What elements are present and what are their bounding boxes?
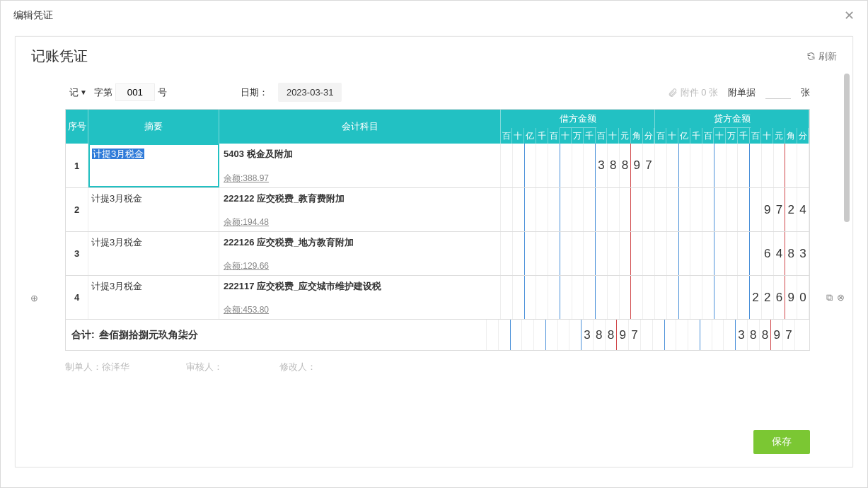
digit-cell — [558, 320, 570, 350]
voucher-number-input[interactable] — [115, 83, 155, 101]
auditor-label: 审核人： — [186, 361, 223, 373]
digit-cell — [738, 188, 750, 231]
digit-header: 千 — [584, 128, 596, 144]
credit-amount[interactable]: 6483 — [655, 232, 809, 275]
row-index: 4 — [66, 276, 88, 319]
digit-cell — [679, 232, 691, 275]
digit-cell — [513, 232, 525, 275]
debit-amount[interactable]: 38897 — [501, 144, 655, 187]
digit-cell: 8 — [748, 320, 760, 350]
attach-count-input[interactable] — [765, 86, 791, 99]
digit-cell — [714, 144, 727, 187]
digit-cell — [584, 188, 596, 231]
scrollbar[interactable] — [843, 74, 850, 427]
summary-cell[interactable]: 计提3月税金 — [88, 188, 219, 231]
scrollbar-thumb[interactable] — [844, 74, 850, 222]
label-hao: 号 — [158, 86, 167, 99]
digit-cell: 8 — [606, 320, 618, 350]
digit-cell — [620, 276, 632, 319]
digit-header: 十 — [666, 128, 678, 144]
add-row-icon[interactable]: ⊕ — [30, 292, 38, 303]
digit-cell — [690, 188, 702, 231]
digit-cell: 9 — [771, 320, 783, 350]
digit-cell — [702, 232, 714, 275]
digit-cell — [655, 276, 667, 319]
digit-cell — [536, 188, 548, 231]
digit-cell — [714, 188, 727, 231]
digit-header: 十 — [714, 128, 726, 144]
credit-amount[interactable]: 22690 — [655, 276, 809, 319]
account-cell[interactable]: 5403 税金及附加余额:388.97 — [219, 144, 501, 187]
header-credit: 贷方金额百十亿千百十万千百十元角分 — [655, 110, 809, 144]
digit-cell — [785, 144, 797, 187]
digit-cell — [655, 232, 667, 275]
digit-cell — [513, 144, 525, 187]
voucher-type-select[interactable]: 记 ▼ — [65, 83, 91, 102]
digit-cell — [501, 144, 513, 187]
digit-header: 十 — [560, 128, 572, 144]
digit-cell — [679, 144, 691, 187]
copy-row-icon[interactable]: ⧉ — [826, 292, 833, 303]
digit-cell — [774, 144, 786, 187]
digit-cell: 0 — [797, 276, 809, 319]
debit-amount[interactable] — [501, 276, 655, 319]
digit-cell: 6 — [774, 276, 786, 319]
digit-cell — [655, 144, 667, 187]
refresh-button[interactable]: 刷新 — [806, 50, 837, 63]
row-index: 3 — [66, 232, 88, 275]
digit-cell — [679, 276, 691, 319]
account-cell[interactable]: 222122 应交税费_教育费附加余额:194.48 — [219, 188, 501, 231]
digit-cell — [676, 320, 688, 350]
digit-cell — [714, 232, 727, 275]
debit-amount[interactable] — [501, 232, 655, 275]
total-row: 合计: 叁佰捌拾捌元玖角柒分3889738897 — [66, 319, 809, 350]
account-cell[interactable]: 222117 应交税费_应交城市维护建设税余额:453.80 — [219, 276, 501, 319]
summary-cell[interactable]: 计提3月税金 — [88, 144, 219, 187]
total-debit[interactable]: 38897 — [487, 320, 641, 350]
digit-cell — [560, 232, 572, 275]
digit-header: 千 — [536, 128, 548, 144]
digit-cell — [738, 276, 750, 319]
digit-cell — [596, 276, 608, 319]
digit-cell — [762, 144, 774, 187]
paperclip-icon — [668, 88, 678, 98]
digit-cell — [534, 320, 546, 350]
digit-cell — [536, 144, 548, 187]
digit-header: 亿 — [524, 128, 536, 144]
account-balance: 余额:194.48 — [224, 216, 496, 228]
attachment-link[interactable]: 附件 0 张 — [668, 86, 718, 99]
digit-header: 万 — [572, 128, 584, 144]
digit-header: 千 — [738, 128, 750, 144]
table-row: 4计提3月税金222117 应交税费_应交城市维护建设税余额:453.80226… — [66, 275, 809, 319]
header-summary: 摘要 — [88, 110, 219, 144]
credit-amount[interactable]: 9724 — [655, 188, 809, 231]
digit-cell — [750, 188, 762, 231]
total-credit[interactable]: 38897 — [641, 320, 795, 350]
summary-cell[interactable]: 计提3月税金 — [88, 276, 219, 319]
digit-cell — [525, 144, 537, 187]
digit-cell — [667, 232, 679, 275]
digit-cell — [548, 188, 560, 231]
account-cell[interactable]: 222126 应交税费_地方教育附加余额:129.66 — [219, 232, 501, 275]
refresh-icon — [806, 52, 816, 61]
close-icon[interactable]: ✕ — [844, 8, 855, 23]
attach-doc-label: 附单据 — [728, 86, 756, 99]
credit-amount[interactable] — [655, 144, 809, 187]
digit-cell — [596, 232, 608, 275]
debit-amount[interactable] — [501, 188, 655, 231]
digit-cell — [522, 320, 534, 350]
save-button[interactable]: 保存 — [753, 430, 810, 454]
summary-cell[interactable]: 计提3月税金 — [88, 232, 219, 275]
header-account: 会计科目 — [219, 110, 501, 144]
date-picker[interactable]: 2023-03-31 — [278, 83, 342, 102]
digit-cell — [631, 232, 643, 275]
digit-cell — [712, 320, 724, 350]
digit-header: 元 — [773, 128, 785, 144]
digit-cell — [546, 320, 558, 350]
total-label: 合计: 叁佰捌拾捌元玖角柒分 — [66, 320, 487, 350]
digit-header: 十 — [512, 128, 524, 144]
digit-cell: 3 — [596, 144, 608, 187]
digit-cell: 8 — [620, 144, 632, 187]
header-debit: 借方金额百十亿千百十万千百十元角分 — [501, 110, 655, 144]
digit-header: 百 — [548, 128, 560, 144]
